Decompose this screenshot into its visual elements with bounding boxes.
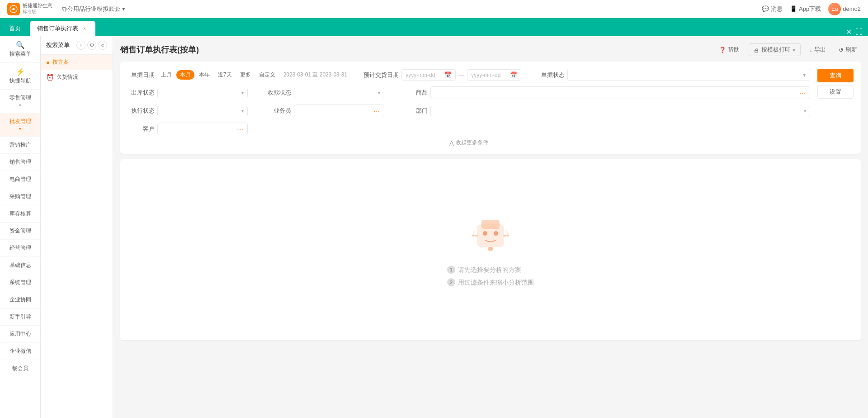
- salesperson-filter-label: 业务员: [264, 107, 291, 115]
- collapse-icon: «: [101, 42, 104, 48]
- company-name: 办公用品行业模拟账套: [61, 5, 120, 13]
- expected-date-end-input[interactable]: yyyy-mm-dd 📅: [467, 69, 521, 81]
- goods-select[interactable]: ···: [430, 86, 810, 99]
- empty-tip-1-text: 请先选择要分析的方案: [458, 263, 521, 276]
- settings-button[interactable]: 设置: [817, 85, 854, 99]
- user-profile[interactable]: Ea demo2: [828, 3, 861, 15]
- tip-number-2: 2: [447, 278, 455, 286]
- collapse-button[interactable]: ⋀ 收起更多条件: [127, 139, 810, 147]
- sidebar-item-inventory[interactable]: 库存核算: [0, 205, 40, 223]
- sidebar-item-retail[interactable]: 零售管理 ▾: [0, 90, 40, 113]
- tab-close-button[interactable]: ×: [81, 25, 88, 32]
- salesperson-more-icon[interactable]: ···: [373, 107, 380, 114]
- sidebar-item-sales[interactable]: 销售管理: [0, 154, 40, 171]
- sidebar-item-wholesale[interactable]: 批发管理 ▾: [0, 113, 40, 137]
- tab-home[interactable]: 首页: [2, 21, 28, 36]
- sidebar-item-label-basic: 基础信息: [2, 261, 38, 269]
- page-title-bar: 销售订单执行表(按单) ❓ 帮助 🖨 按模板打印 ▾ ↓ 导出 ↺ 刷新: [120, 43, 861, 56]
- sidebar-item-label-sales: 销售管理: [2, 158, 38, 166]
- warehouse-select[interactable]: ▾: [157, 88, 248, 98]
- warehouse-arrow-icon: ▾: [241, 90, 244, 95]
- svg-point-3: [483, 231, 487, 236]
- date-shortcut-this-month[interactable]: 本月: [176, 70, 194, 80]
- window-max-icon[interactable]: ⛶: [855, 28, 863, 36]
- sidebar-item-system[interactable]: 系统管理: [0, 274, 40, 291]
- goods-more-icon[interactable]: ···: [799, 89, 806, 96]
- sidebar-item-label-system: 系统管理: [2, 279, 38, 286]
- left-panel-add-button[interactable]: +: [76, 41, 85, 50]
- sidebar-item-purchase[interactable]: 采购管理: [0, 188, 40, 205]
- left-panel-item-by-scheme-label: 按方案: [52, 58, 69, 66]
- sidebar-item-basic[interactable]: 基础信息: [0, 257, 40, 274]
- sidebar-item-label-search: 搜索菜单: [2, 50, 38, 58]
- left-panel-settings-button[interactable]: ⚙: [87, 41, 96, 50]
- status-select-arrow: ▾: [803, 71, 806, 78]
- refresh-label: 刷新: [845, 46, 857, 54]
- date-range-text: 2023-03-01 至 2023-03-31: [283, 71, 347, 79]
- settings-icon: ⚙: [90, 42, 94, 48]
- app-logo-icon: [7, 3, 20, 15]
- tab-sales-order[interactable]: 销售订单执行表 ×: [30, 21, 95, 36]
- left-panel-title: 搜索菜单: [46, 41, 70, 49]
- help-button[interactable]: ❓ 帮助: [715, 44, 743, 56]
- app-download-label: App下载: [799, 5, 821, 13]
- filter-main: 单据日期 上月 本月 本年 近7天 更多 自定义 2023-03-01 至 20…: [127, 69, 810, 147]
- result-card: 1 请先选择要分析的方案 2 用过滤条件来缩小分析范围: [120, 159, 861, 340]
- left-panel-item-owe-info[interactable]: ⏰ 欠货情况: [41, 70, 113, 85]
- sidebar-item-label-quicknav: 快捷导航: [2, 77, 38, 85]
- exec-select[interactable]: ▾: [157, 106, 248, 116]
- sidebar-item-ecommerce[interactable]: 电商管理: [0, 171, 40, 188]
- sidebar-item-finance[interactable]: 资金管理: [0, 223, 40, 240]
- left-panel-item-by-scheme[interactable]: ● 按方案: [41, 55, 113, 70]
- collapse-section: ⋀ 收起更多条件: [127, 139, 810, 147]
- customer-select[interactable]: ···: [157, 123, 248, 135]
- export-label: 导出: [814, 46, 826, 54]
- left-panel: 搜索菜单 + ⚙ « ● 按方案 ⏰ 欠货情况: [41, 36, 113, 418]
- sidebar-item-apps[interactable]: 应用中心: [0, 326, 40, 343]
- sidebar-item-label-ecommerce: 电商管理: [2, 176, 38, 183]
- payment-select[interactable]: ▾: [294, 88, 384, 98]
- refresh-button[interactable]: ↺ 刷新: [835, 44, 861, 56]
- sidebar-item-label-wholesale: 批发管理: [2, 118, 38, 125]
- salesperson-select[interactable]: ···: [294, 104, 384, 117]
- sidebar-item-member[interactable]: 畅会员: [0, 360, 40, 377]
- sidebar-item-search[interactable]: 🔍 搜索菜单: [0, 36, 40, 63]
- sidebar-item-enterprise[interactable]: 企业协同: [0, 291, 40, 309]
- company-selector[interactable]: 办公用品行业模拟账套 ▾: [61, 5, 125, 13]
- sidebar-item-wechat[interactable]: 企业微信: [0, 343, 40, 360]
- sidebar-item-label-retail: 零售管理: [2, 94, 38, 102]
- sidebar-item-newbie[interactable]: 新手引导: [0, 309, 40, 326]
- date-shortcut-more[interactable]: 更多: [236, 70, 255, 80]
- customer-more-icon[interactable]: ···: [237, 125, 244, 133]
- calendar-end-icon[interactable]: 📅: [510, 71, 517, 78]
- calendar-start-icon[interactable]: 📅: [444, 71, 452, 78]
- sidebar-item-operations[interactable]: 经营管理: [0, 240, 40, 257]
- app-download-button[interactable]: 📱 App下载: [790, 5, 821, 13]
- window-close-icon[interactable]: ✕: [846, 28, 852, 36]
- filter-actions: 查询 设置: [817, 69, 854, 99]
- expected-date-start-input[interactable]: yyyy-mm-dd 📅: [401, 69, 456, 81]
- sidebar-item-quicknav[interactable]: ⚡ 快捷导航: [0, 63, 40, 90]
- date-shortcut-this-year[interactable]: 本年: [195, 70, 213, 80]
- date-shortcut-custom[interactable]: 自定义: [255, 70, 279, 80]
- svg-rect-2: [481, 220, 500, 229]
- filter-row-1: 单据日期 上月 本月 本年 近7天 更多 自定义 2023-03-01 至 20…: [127, 69, 810, 81]
- sidebar-item-marketing[interactable]: 营销推广: [0, 137, 40, 154]
- print-button[interactable]: 🖨 按模板打印 ▾: [749, 43, 801, 56]
- download-icon: 📱: [790, 5, 797, 12]
- nav-tabs: 首页 销售订单执行表 × ✕ ⛶: [0, 18, 868, 36]
- filter-row-4: 客户 ···: [127, 123, 810, 135]
- date-shortcut-7days[interactable]: 近7天: [214, 70, 236, 80]
- dept-select[interactable]: ▾: [430, 106, 810, 116]
- date-separator: —: [458, 71, 464, 78]
- left-panel-collapse-button[interactable]: «: [98, 41, 107, 50]
- left-panel-item-owe-info-label: 欠货情况: [57, 73, 78, 81]
- export-button[interactable]: ↓ 导出: [806, 44, 830, 56]
- messages-button[interactable]: 💬 消息: [762, 5, 783, 13]
- add-icon: +: [79, 42, 82, 48]
- query-button[interactable]: 查询: [817, 69, 854, 82]
- exec-filter-group: 执行状态 ▾: [127, 106, 248, 116]
- empty-tip-2-text: 用过滤条件来缩小分析范围: [458, 276, 534, 289]
- date-shortcut-last-month[interactable]: 上月: [157, 70, 175, 80]
- status-select[interactable]: ▾: [567, 69, 810, 81]
